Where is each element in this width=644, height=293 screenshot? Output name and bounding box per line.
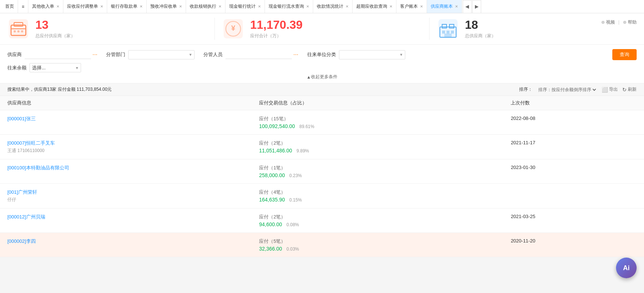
supplier-info-col: [000001]张三 [7, 116, 259, 123]
query-button[interactable]: 查询 [612, 49, 637, 60]
pay-count-label: 应付（5笔） [259, 238, 511, 245]
nav-tab-adjust[interactable]: 应收应付调整单 ✕ [63, 0, 107, 13]
svg-rect-17 [444, 34, 452, 37]
supplier-link[interactable]: [000100]本特勤油品有限公司 [7, 165, 69, 170]
supplier-input[interactable] [25, 50, 91, 59]
collapse-button[interactable]: ▲ 收起更多条件 [307, 74, 337, 80]
nav-tab-cash-flow[interactable]: 现金银行流水查询 ✕ [265, 0, 313, 13]
top-right-links: ⊙ 视频 | ⊙ 帮助 [601, 19, 637, 25]
svg-point-5 [17, 30, 20, 32]
close-icon[interactable]: ✕ [346, 4, 349, 8]
person-dots-icon[interactable]: ··· [293, 51, 298, 58]
pay-percent: 9.89% [297, 148, 309, 154]
sort-label: 排序： [519, 86, 532, 93]
category-select[interactable] [339, 50, 405, 59]
supplier-info-col: [000007]恒旺二手叉车 王通 17106110000 [7, 140, 259, 154]
nav-tab-bank[interactable]: 银行存取款单 ✕ [107, 0, 147, 13]
close-icon[interactable]: ✕ [389, 4, 392, 8]
close-icon[interactable]: ✕ [140, 4, 143, 8]
nav-tab-menu[interactable]: ≡ [18, 0, 28, 13]
result-actions: 排序： 排序：按应付余额倒序排序 ⬜ 导出 ↻ 刷新 [519, 86, 637, 93]
pay-info-col: 应付（15笔） 100,092,540.00 89.61% [259, 116, 511, 129]
col-header-supplier: 供应商信息 [7, 100, 259, 106]
pay-count-label: 应付（2笔） [259, 140, 511, 146]
balance-label: 往来余额 [7, 65, 27, 71]
close-icon[interactable]: ✕ [100, 4, 103, 8]
sort-select[interactable]: 排序：按应付余额倒序排序 [537, 87, 597, 93]
svg-rect-14 [442, 31, 445, 34]
close-icon[interactable]: ✕ [218, 4, 221, 8]
dept-select[interactable] [128, 50, 195, 59]
nav-tab-overdue[interactable]: 超期应收款查询 ✕ [353, 0, 396, 13]
dept-select-wrapper [128, 50, 195, 59]
last-pay-date: 2022-08-08 [511, 116, 535, 121]
close-icon[interactable]: ✕ [420, 4, 423, 8]
pay-percent: 0.08% [286, 222, 299, 227]
balance-select-wrapper: 选择... [29, 63, 81, 72]
balance-select[interactable]: 选择... [29, 63, 81, 72]
payable-suppliers-label: 总应付供应商（家） [35, 33, 75, 39]
supplier-contact: 王通 17106110000 [7, 148, 259, 154]
nav-tab-supplier-book[interactable]: 供应商账本 ✕ [427, 0, 462, 13]
nav-tab-receipt-stats[interactable]: 收款情况统计 ✕ [313, 0, 353, 13]
filter-supplier: 供应商 ··· [7, 50, 97, 59]
close-icon[interactable]: ✕ [258, 4, 261, 8]
refresh-icon: ↻ [622, 87, 627, 93]
supplier-label: 供应商 [7, 51, 22, 58]
svg-rect-16 [451, 31, 454, 34]
close-icon[interactable]: ✕ [179, 4, 182, 8]
close-icon[interactable]: ✕ [306, 4, 309, 8]
filter-row-2: 往来余额 选择... [7, 63, 637, 72]
filter-balance: 往来余额 选择... [7, 63, 81, 72]
total-suppliers-icon [437, 18, 459, 40]
last-pay-col: 2021-03-25 [511, 214, 637, 219]
nav-scroll-right[interactable]: ▶ [472, 0, 481, 13]
close-icon[interactable]: ✕ [56, 4, 59, 8]
nav-tab-customer-book[interactable]: 客户账本 ✕ [396, 0, 427, 13]
export-icon: ⬜ [602, 87, 608, 93]
col-header-lastpay: 上次付数 [511, 100, 637, 106]
refresh-button[interactable]: ↻ 刷新 [622, 86, 637, 93]
table-row: [000002]李四 应付（5笔） 32,366.00 0.03% 2020-1… [0, 233, 644, 257]
supplier-link[interactable]: [000002]李四 [7, 238, 36, 244]
col-header-payinfo: 应付交易信息（占比） [259, 100, 511, 106]
pay-row: 11,051,486.00 9.89% [259, 146, 511, 154]
data-table: 供应商信息 应付交易信息（占比） 上次付数 [000001]张三 应付（15笔）… [0, 96, 644, 257]
supplier-info-col: [001]广州荣轩 仔仔 [7, 189, 259, 203]
pay-percent: 0.23% [289, 173, 302, 178]
nav-scroll-left[interactable]: ◀ [463, 0, 472, 13]
pay-info-col: 应付（1笔） 258,000.00 0.23% [259, 165, 511, 178]
help-link[interactable]: ⊙ 帮助 [623, 20, 637, 25]
supplier-link[interactable]: [000001]张三 [7, 116, 36, 121]
supplier-link[interactable]: [001]广州荣轩 [7, 189, 37, 195]
pay-row: 258,000.00 0.23% [259, 171, 511, 178]
close-icon[interactable]: ✕ [455, 4, 458, 8]
nav-tab-other-income[interactable]: 其他收入单 ✕ [28, 0, 63, 13]
nav-tab-advance[interactable]: 预收冲应收单 ✕ [147, 0, 186, 13]
supplier-link[interactable]: [000007]恒旺二手叉车 [7, 140, 55, 146]
nav-tab-cash-stats[interactable]: 现金银行统计 ✕ [225, 0, 265, 13]
supplier-contact: 仔仔 [7, 197, 259, 203]
pay-percent: 89.61% [300, 124, 315, 129]
pay-row: 32,366.00 0.03% [259, 245, 511, 252]
svg-point-6 [21, 30, 23, 32]
pay-amount: 32,366.00 [259, 246, 282, 252]
supplier-link[interactable]: [000012]广州贝瑞 [7, 214, 45, 220]
payable-total-number: 11,170.39 [250, 18, 302, 31]
pay-amount: 11,051,486.00 [259, 148, 292, 154]
person-input[interactable] [225, 50, 292, 59]
stat-payable-suppliers: 13 总应付供应商（家） [7, 18, 207, 40]
pay-count-label: 应付（2笔） [259, 214, 511, 220]
supplier-info-col: [000012]广州贝瑞 [7, 214, 259, 221]
export-button[interactable]: ⬜ 导出 [602, 86, 618, 93]
stat-divider-1 [214, 18, 215, 40]
supplier-info-col: [000100]本特勤油品有限公司 [7, 165, 259, 172]
pay-count-label: 应付（15笔） [259, 116, 511, 122]
nav-tab-home[interactable]: 首页 [1, 0, 18, 13]
supplier-dots-icon[interactable]: ··· [92, 51, 97, 58]
video-link[interactable]: ⊙ 视频 [601, 20, 615, 25]
last-pay-date: 2021-03-25 [511, 214, 535, 219]
nav-tab-verify[interactable]: 收款核销执行 ✕ [186, 0, 225, 13]
category-select-wrapper [339, 50, 405, 59]
total-suppliers-label: 总供应商（家） [465, 33, 496, 39]
